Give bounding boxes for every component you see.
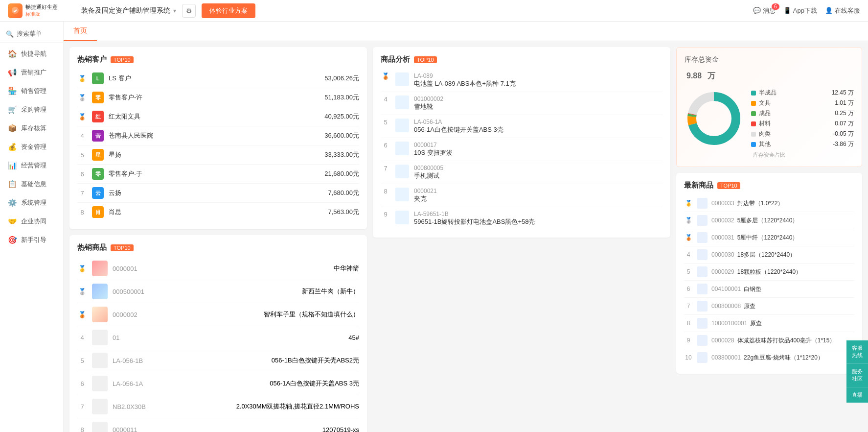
hp-name-7: 2.0X30MM双搓花轴,搓花直径2.1MM/ROHS	[236, 402, 359, 411]
hot-product-item-3: 🥉 0000002 智利车子里（规格不知道填什么）	[77, 303, 359, 326]
legend-label-1: 文具	[759, 99, 832, 107]
sidebar-item-basic[interactable]: 📋 基础信息	[0, 175, 63, 193]
inv-product-item-6: 6 0000017 10S 变扭罗浚	[381, 138, 662, 161]
app-download-button[interactable]: 📱 App下载	[783, 6, 817, 15]
inv-rank-9: 9	[381, 211, 390, 218]
hp-thumb-8	[92, 422, 108, 432]
float-btn-community[interactable]: 服务社区	[846, 364, 868, 387]
sales-icon: 🏪	[8, 87, 17, 96]
new-products-top10-badge: TOP10	[717, 182, 740, 189]
np-item-8: 8 10000100001原查	[684, 315, 854, 332]
np-thumb-8	[697, 318, 708, 329]
hot-products-top10-badge: TOP10	[111, 244, 134, 251]
hp-rank-2: 🥈	[77, 288, 87, 295]
sidebar-item-inventory[interactable]: 📦 库存核算	[0, 119, 63, 138]
legend-list: 半成品 12.45 万 文具 1.01 万 成品 0	[751, 88, 854, 149]
tab-home[interactable]: 首页	[64, 22, 97, 41]
search-menu-button[interactable]: 🔍 搜索菜单	[0, 25, 63, 43]
dropdown-arrow-icon[interactable]: ▾	[173, 7, 176, 14]
hot-product-item-7: 7 NB2.0X30B 2.0X30MM双搓花轴,搓花直径2.1MM/ROHS	[77, 395, 359, 418]
online-service-button[interactable]: 👤 在线客服	[825, 6, 860, 15]
customer-name-5: 星扬	[109, 150, 320, 159]
hp-rank-3: 🥉	[77, 311, 87, 318]
np-rank-6: 6	[684, 286, 693, 292]
np-info-6: 004100001白钢垫	[711, 285, 761, 293]
sidebar-item-marketing[interactable]: 📢 营销推广	[0, 63, 63, 82]
sidebar-item-finance[interactable]: 💰 资金管理	[0, 138, 63, 156]
np-item-2: 🥈 00000325厘多层（1220*2440）	[684, 212, 854, 229]
company-icon: 🤝	[8, 217, 17, 226]
inv-name-5: 056-1A白色按键开关盖ABS 3壳	[414, 125, 662, 134]
inv-product-item-7: 7 000800005 手机测试	[381, 161, 662, 184]
top-inventory-header: 商品分析 TOP10	[381, 55, 662, 64]
legend-label-4: 肉类	[759, 130, 830, 138]
np-info-4: 000003018多层（1220*2440）	[711, 251, 796, 259]
inv-product-item-4: 4 001000002 雪地靴	[381, 92, 662, 115]
sidebar-item-system[interactable]: ⚙️ 系统管理	[0, 193, 63, 212]
sidebar-item-operation[interactable]: 📊 经营管理	[0, 156, 63, 175]
hot-product-item-4: 4 01 45#	[77, 326, 359, 349]
hp-thumb-4	[92, 330, 108, 345]
home-icon: 🏠	[8, 49, 17, 58]
customer-value-1: 53,006.26元	[324, 74, 359, 83]
new-products-card: 最新商品 TOP10 🥇 0000033封边带（1.0*22） 🥈 00000	[676, 173, 862, 374]
np-rank-2: 🥈	[684, 217, 693, 224]
customer-avatar-7: 云	[92, 187, 104, 199]
inv-name-4: 雪地靴	[414, 102, 662, 111]
sidebar-label-marketing: 营销推广	[21, 68, 46, 77]
np-info-7: 000800008原查	[711, 302, 755, 311]
customer-item-2: 🥈 零 零售客户-许 51,183.00元	[77, 88, 359, 107]
inv-product-item-8: 8 0000021 夹克	[381, 184, 662, 207]
top-inventory-title: 商品分析	[381, 55, 410, 64]
sidebar-item-purchase[interactable]: 🛒 采购管理	[0, 100, 63, 119]
sidebar: 🔍 搜索菜单 🏠 快捷导航 📢 营销推广 🏪 销售管理 🛒 采购管理 📦 库存核…	[0, 22, 64, 432]
np-item-10: 10 00380000122g鱼豆腐-烧烤味（1*12*20）	[684, 349, 854, 366]
legend-value-0: 12.45 万	[832, 89, 854, 97]
np-thumb-10	[697, 352, 708, 363]
customer-item-6: 6 零 零售客户-于 21,680.00元	[77, 165, 359, 184]
right-panel: 库存总资金 9.88 万	[676, 47, 862, 432]
np-thumb-4	[697, 249, 708, 260]
sidebar-item-sales[interactable]: 🏪 销售管理	[0, 82, 63, 100]
float-btn-live[interactable]: 直播	[846, 387, 868, 403]
customer-avatar-2: 零	[92, 92, 104, 103]
settings-button[interactable]: ⚙	[182, 4, 196, 18]
search-menu-label: 搜索菜单	[17, 29, 42, 38]
middle-panel: 商品分析 TOP10 🥉 LA-089 电池盖 LA-089 ABS本色+黑种 …	[373, 47, 670, 432]
inv-thumb-7	[395, 165, 409, 178]
hot-customers-header: 热销客户 TOP10	[77, 55, 359, 64]
customer-avatar-3: 红	[92, 111, 104, 122]
rank-num-4: 4	[77, 132, 87, 140]
customer-avatar-6: 零	[92, 168, 104, 180]
sidebar-label-guide: 新手引导	[21, 236, 46, 244]
rank-medal-1: 🥇	[77, 75, 87, 82]
hp-name-5: 056-1B白色按键开关壳ABS2壳	[272, 356, 359, 365]
customer-value-3: 40,925.00元	[324, 112, 359, 121]
inv-info-3: LA-089 电池盖 LA-089 ABS本色+黑种 7.1克	[414, 72, 662, 88]
hot-product-item-1: 🥇 0000001 中华神箭	[77, 257, 359, 280]
customer-name-7: 云扬	[109, 189, 323, 197]
inv-code-6: 0000017	[414, 142, 662, 148]
inv-code-3: LA-089	[414, 72, 662, 79]
float-btn-service[interactable]: 客服热线	[846, 340, 868, 364]
trial-button[interactable]: 体验行业方案	[202, 3, 255, 18]
sidebar-item-company[interactable]: 🤝 企业协同	[0, 212, 63, 231]
sidebar-item-shortcut[interactable]: 🏠 快捷导航	[0, 45, 63, 63]
hp-code-7: NB2.0X30B	[113, 403, 228, 410]
customer-item-1: 🥇 L LS 客户 53,006.26元	[77, 69, 359, 88]
notifications-button[interactable]: 💬 消息 6	[753, 6, 776, 15]
sidebar-item-guide[interactable]: 🎯 新手引导	[0, 231, 63, 249]
customer-value-5: 33,333.00元	[324, 150, 359, 159]
main-layout: 🔍 搜索菜单 🏠 快捷导航 📢 营销推广 🏪 销售管理 🛒 采购管理 📦 库存核…	[0, 22, 868, 432]
legend-label-2: 成品	[759, 109, 832, 118]
inv-thumb-4	[395, 96, 409, 109]
customer-item-5: 5 星 星扬 33,333.00元	[77, 145, 359, 165]
system-icon: ⚙️	[8, 198, 17, 207]
inv-info-9: LA-59651-1B 59651-1B旋转投影灯电池盒ABS黑色+58壳	[414, 211, 662, 226]
sidebar-label-operation: 经营管理	[21, 161, 46, 170]
hp-name-1: 中华神箭	[334, 264, 359, 273]
customer-name-4: 苍南县人民医院	[109, 131, 320, 140]
top-bar: 畅捷通好生意 标准版 装备及固定资产辅助管理系统 ▾ ⚙ 体验行业方案 💬 消息…	[0, 0, 868, 22]
rank-medal-3: 🥉	[77, 113, 87, 120]
np-rank-5: 5	[684, 268, 693, 275]
